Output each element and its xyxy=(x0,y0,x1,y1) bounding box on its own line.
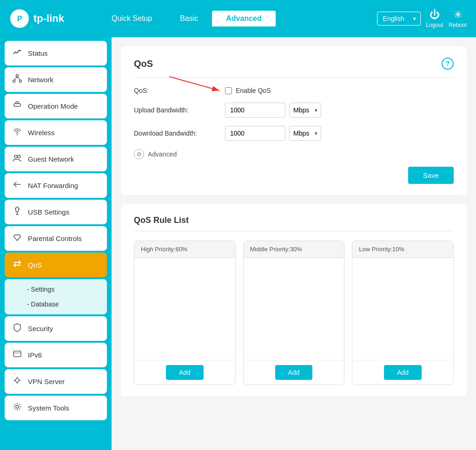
download-bandwidth-row: Download Bandwidth: Mbps Kbps xyxy=(134,126,454,141)
sidebar-label-qos: QoS xyxy=(28,261,42,269)
sidebar-label-security: Security xyxy=(28,325,53,333)
sidebar-item-guest-network[interactable]: Guest Network xyxy=(5,147,107,171)
save-row: Save xyxy=(134,167,454,184)
guest-network-icon xyxy=(12,153,22,165)
sidebar-item-status[interactable]: Status xyxy=(5,41,107,65)
advanced-label: Advanced xyxy=(148,150,177,158)
upload-unit-select[interactable]: Mbps Kbps xyxy=(289,103,321,117)
high-priority-card: High Priority:60% Add xyxy=(134,241,236,385)
sidebar-item-operation-mode[interactable]: Operation Mode xyxy=(5,94,107,118)
advanced-toggle[interactable]: ⊙ Advanced xyxy=(134,149,454,159)
upload-label: Upload Bandwidth: xyxy=(134,106,218,114)
svg-rect-8 xyxy=(16,102,19,104)
sidebar-label-parental-controls: Parental Controls xyxy=(28,235,82,242)
high-priority-body xyxy=(134,258,235,360)
sidebar-label-status: Status xyxy=(28,49,48,57)
sidebar-label-vpn-server: VPN Server xyxy=(28,378,65,385)
enable-qos-checkbox[interactable] xyxy=(225,87,232,94)
sidebar-item-vpn-server[interactable]: VPN Server xyxy=(5,369,107,394)
svg-point-3 xyxy=(13,80,15,83)
sidebar-item-ipv6[interactable]: IPv6 xyxy=(5,343,107,367)
svg-line-6 xyxy=(17,77,20,80)
logout-icon: ⏻ xyxy=(430,9,440,21)
sidebar-item-network[interactable]: Network xyxy=(5,67,107,92)
svg-point-4 xyxy=(20,80,22,83)
upload-bandwidth-row: Upload Bandwidth: Mbps Kbps xyxy=(134,103,454,117)
qos-enable-control: Enable QoS xyxy=(225,87,271,94)
header-right: English Chinese French German Spanish ⏻ … xyxy=(377,9,467,28)
logout-button[interactable]: ⏻ Logout xyxy=(426,9,443,28)
upload-unit-wrapper[interactable]: Mbps Kbps xyxy=(289,103,321,117)
high-priority-footer: Add xyxy=(134,360,235,385)
rule-cards-container: High Priority:60% Add Middle Priority:30… xyxy=(134,241,454,385)
high-priority-add-button[interactable]: Add xyxy=(166,365,204,380)
svg-rect-19 xyxy=(13,351,21,357)
sidebar-item-wireless[interactable]: Wireless xyxy=(5,120,107,145)
download-control: Mbps Kbps xyxy=(225,126,321,141)
wireless-icon xyxy=(12,127,22,138)
middle-priority-body xyxy=(244,258,344,360)
qos-rule-list-title: QoS Rule List xyxy=(134,215,454,225)
sidebar-item-nat-forwarding[interactable]: NAT Forwarding xyxy=(5,173,107,198)
nav-quick-setup[interactable]: Quick Setup xyxy=(98,11,166,26)
qos-section-title: QoS ? xyxy=(134,58,454,70)
security-icon xyxy=(12,323,22,334)
content-area: QoS ? QoS: xyxy=(112,37,476,450)
language-select[interactable]: English Chinese French German Spanish xyxy=(377,12,421,26)
sidebar-label-ipv6: IPv6 xyxy=(28,351,42,359)
parental-controls-icon xyxy=(12,233,22,244)
nav-advanced[interactable]: Advanced xyxy=(212,11,275,26)
sidebar-label-system-tools: System Tools xyxy=(28,404,69,412)
system-tools-icon xyxy=(12,402,22,414)
sidebar-label-nat-forwarding: NAT Forwarding xyxy=(28,182,78,189)
middle-priority-footer: Add xyxy=(244,360,344,385)
logo-text: tp-link xyxy=(33,13,64,25)
save-button[interactable]: Save xyxy=(408,167,454,184)
sidebar-label-usb-settings: USB Settings xyxy=(28,208,69,216)
low-priority-add-button[interactable]: Add xyxy=(384,365,422,380)
sidebar-item-security[interactable]: Security xyxy=(5,316,107,341)
middle-priority-add-button[interactable]: Add xyxy=(275,365,313,380)
sidebar-label-wireless: Wireless xyxy=(28,129,55,137)
vpn-server-icon xyxy=(12,376,22,387)
nav-basic[interactable]: Basic xyxy=(166,11,212,26)
help-icon[interactable]: ? xyxy=(442,58,454,70)
sidebar-item-usb-settings[interactable]: USB Settings xyxy=(5,200,107,224)
language-wrapper[interactable]: English Chinese French German Spanish xyxy=(377,12,421,26)
svg-point-10 xyxy=(14,155,17,158)
low-priority-card: Low Priority:10% Add xyxy=(352,241,454,385)
middle-priority-card: Middle Priority:30% Add xyxy=(243,241,345,385)
download-label: Download Bandwidth: xyxy=(134,130,218,137)
sidebar-label-guest-network: Guest Network xyxy=(28,155,74,163)
sidebar-item-parental-controls[interactable]: Parental Controls xyxy=(5,226,107,251)
download-bandwidth-input[interactable] xyxy=(225,126,285,141)
qos-settings-card: QoS ? QoS: xyxy=(121,46,467,195)
sidebar-item-system-tools[interactable]: System Tools xyxy=(5,396,107,420)
advanced-toggle-icon: ⊙ xyxy=(134,149,144,159)
qos-enable-row: QoS: Enable QoS xyxy=(134,87,454,94)
svg-point-2 xyxy=(16,75,19,77)
sidebar-sub-item-settings[interactable]: - Settings xyxy=(5,282,107,297)
logout-label: Logout xyxy=(426,22,443,28)
sidebar-item-qos[interactable]: QoS xyxy=(5,253,107,277)
download-unit-wrapper[interactable]: Mbps Kbps xyxy=(289,126,321,141)
sidebar-label-network: Network xyxy=(28,76,53,84)
low-priority-body xyxy=(352,258,453,360)
enable-qos-label[interactable]: Enable QoS xyxy=(225,87,271,94)
reboot-button[interactable]: ✳ Reboot xyxy=(449,9,467,28)
qos-rule-list-card: QoS Rule List High Priority:60% Add Midd… xyxy=(121,204,467,396)
download-unit-select[interactable]: Mbps Kbps xyxy=(289,126,321,141)
rule-list-divider xyxy=(134,231,454,231)
middle-priority-header: Middle Priority:30% xyxy=(244,241,344,258)
sidebar-sub-item-database[interactable]: - Database xyxy=(5,297,107,312)
svg-line-5 xyxy=(14,77,17,80)
svg-point-21 xyxy=(15,378,19,382)
svg-rect-15 xyxy=(15,209,16,209)
svg-rect-16 xyxy=(19,209,20,209)
logo: P tp-link xyxy=(9,8,84,29)
upload-bandwidth-input[interactable] xyxy=(225,103,285,117)
low-priority-footer: Add xyxy=(352,360,453,385)
main-layout: Status Network Operation Mode Wireless G xyxy=(0,37,476,450)
nav-links: Quick Setup Basic Advanced xyxy=(98,11,363,26)
svg-point-9 xyxy=(17,134,18,135)
